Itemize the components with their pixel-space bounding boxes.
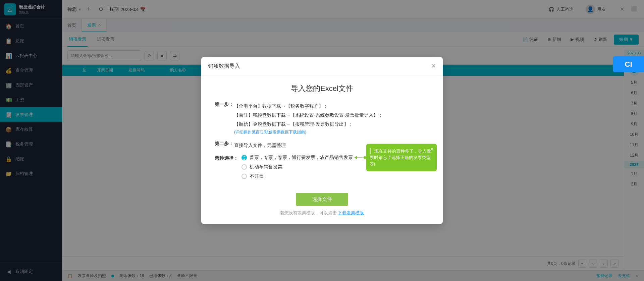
modal-title: 销项数据导入 <box>208 63 240 70</box>
modal-overlay: 销项数据导入 ✕ 导入您的Excel文件 第一步： 【全电平台】数据下载→【税务… <box>0 0 644 281</box>
ticket-normal-label: 普票，专票，卷票，通行费发票，农产品销售发票 <box>250 155 353 161</box>
step-1-line-2: 【百旺】税控盘数据下载→【系统设置-系统参数设置-发票批量导入】； <box>234 111 383 120</box>
radio-motor-icon <box>241 164 247 170</box>
step-1-line-3: 【航信】金税盘数据下载→【报税管理-发票数据导出】； <box>234 120 383 129</box>
modal-body: 导入您的Excel文件 第一步： 【全电平台】数据下载→【税务数字账户】； 【百… <box>201 75 443 187</box>
tooltip-connector <box>357 156 366 159</box>
download-template-link[interactable]: 下载发票模版 <box>338 210 364 215</box>
tooltip-text: 现在支持的票种多了，导入发票时别忘了选择正确的发票类型呀! <box>370 148 431 166</box>
download-hint-row: 若您没有发票模版，可以点击 下载发票模版 <box>280 210 364 216</box>
ticket-select-row: 票种选择： 普票，专票，卷票，通行费发票，农产品销售发票 | 现在支持的票种多了… <box>215 155 429 179</box>
modal-close-btn[interactable]: ✕ <box>431 62 436 70</box>
step-1-line-1: 【全电平台】数据下载→【税务数字账户】； <box>234 102 383 111</box>
ticket-motor-label: 机动车销售发票 <box>250 164 282 170</box>
tooltip-bar: | <box>370 148 371 154</box>
ticket-none-label: 不开票 <box>250 173 264 179</box>
step-1-block: 第一步： 【全电平台】数据下载→【税务数字账户】； 【百旺】税控盘数据下载→【系… <box>215 102 429 136</box>
radio-none-icon <box>241 174 247 179</box>
tooltip-bubble: | 现在支持的票种多了，导入发票时别忘了选择正确的发票类型呀! ✕ <box>366 144 437 171</box>
step-2-content: 直接导入文件，无需整理 <box>234 141 286 150</box>
ticket-option-motor[interactable]: 机动车销售发票 <box>241 164 353 170</box>
ticket-options: 普票，专票，卷票，通行费发票，农产品销售发票 | 现在支持的票种多了，导入发票时… <box>241 155 353 179</box>
tooltip-close-btn[interactable]: ✕ <box>430 146 434 153</box>
step-1-label: 第一步： <box>215 102 234 108</box>
ticket-label: 票种选择： <box>215 155 241 161</box>
select-file-button[interactable]: 选择文件 <box>296 193 348 206</box>
step-1-link[interactable]: (详细操作见百旺/航信发票数据下载指南) <box>234 128 383 136</box>
ci-badge[interactable]: CI <box>613 56 644 72</box>
ticket-option-none[interactable]: 不开票 <box>241 173 353 179</box>
modal-header: 销项数据导入 ✕ <box>201 57 443 75</box>
step-2-label: 第二步： <box>215 141 234 147</box>
modal-main-title: 导入您的Excel文件 <box>215 83 429 94</box>
radio-normal-icon <box>241 155 247 160</box>
modal-footer: 选择文件 若您没有发票模版，可以点击 下载发票模版 <box>201 187 443 224</box>
import-modal: 销项数据导入 ✕ 导入您的Excel文件 第一步： 【全电平台】数据下载→【税务… <box>201 57 443 224</box>
download-hint-text: 若您没有发票模版，可以点击 <box>280 210 337 215</box>
ticket-option-normal[interactable]: 普票，专票，卷票，通行费发票，农产品销售发票 | 现在支持的票种多了，导入发票时… <box>241 155 353 161</box>
step-1-content: 【全电平台】数据下载→【税务数字账户】； 【百旺】税控盘数据下载→【系统设置-系… <box>234 102 383 136</box>
